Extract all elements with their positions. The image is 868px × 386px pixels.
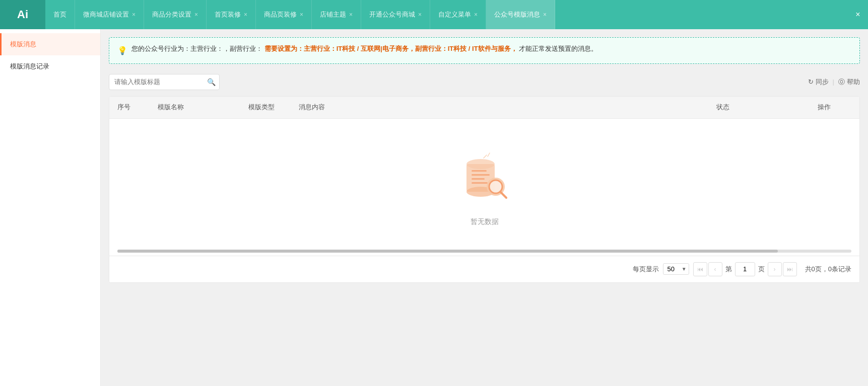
- nav-tab-3[interactable]: 首页装修×: [207, 0, 256, 29]
- col-content: 消息内容: [291, 103, 708, 112]
- alert-text: 您的公众号行业为：主营行业：，副营行业： 需要设置为：主营行业：IT科技 / 互…: [131, 44, 851, 54]
- page-label-suffix: 页: [758, 265, 765, 274]
- sidebar: 模版消息模版消息记录: [0, 29, 101, 386]
- col-action: 操作: [789, 103, 859, 112]
- nav-tab-close-icon[interactable]: ×: [418, 11, 422, 18]
- prev-page-button[interactable]: ‹: [708, 262, 722, 276]
- nav-tab-close-icon[interactable]: ×: [474, 11, 478, 18]
- last-page-button[interactable]: ⏭: [783, 262, 797, 276]
- nav-tab-0[interactable]: 首页: [45, 0, 75, 29]
- nav-tab-label: 商品页装修: [264, 10, 297, 19]
- search-right: ↻ 同步 | ⓪ 帮助: [808, 78, 860, 87]
- nav-tabs: 首页微商城店铺设置×商品分类设置×首页装修×商品页装修×店铺主题×开通公众号商城…: [45, 0, 848, 29]
- close-all-button[interactable]: ×: [848, 0, 868, 29]
- search-left: 🔍: [109, 74, 220, 90]
- scroll-bar-wrap: [109, 247, 859, 256]
- data-table: 序号 模版名称 模版类型 消息内容 状态 操作: [109, 96, 860, 283]
- scroll-bar: [117, 250, 851, 253]
- svg-rect-3: [472, 170, 487, 172]
- page-size-select[interactable]: 50 10 20 100: [663, 263, 689, 275]
- search-button[interactable]: 🔍: [207, 78, 216, 86]
- scroll-thumb[interactable]: [117, 250, 778, 253]
- help-icon: ⓪: [838, 78, 845, 87]
- top-nav: Ai 首页微商城店铺设置×商品分类设置×首页装修×商品页装修×店铺主题×开通公众…: [0, 0, 868, 29]
- alert-prefix: 您的公众号行业为：主营行业：，副营行业：: [131, 45, 262, 52]
- nav-tab-label: 开通公众号商城: [369, 10, 415, 19]
- svg-rect-4: [472, 174, 490, 176]
- col-seq: 序号: [109, 103, 150, 112]
- nav-tab-label: 首页装修: [215, 10, 241, 19]
- nav-tab-close-icon[interactable]: ×: [132, 11, 136, 18]
- pagination-summary: 共0页，0条记录: [805, 265, 851, 274]
- next-page-button[interactable]: ›: [768, 262, 782, 276]
- nav-tab-label: 公众号模版消息: [494, 10, 540, 19]
- col-name: 模版名称: [150, 103, 240, 112]
- nav-tab-close-icon[interactable]: ×: [300, 11, 303, 18]
- help-button[interactable]: ⓪ 帮助: [838, 78, 860, 87]
- nav-tab-label: 自定义菜单: [438, 10, 471, 19]
- nav-tab-close-icon[interactable]: ×: [244, 11, 247, 18]
- sidebar-item-1[interactable]: 模版消息记录: [0, 55, 100, 78]
- logo: Ai: [0, 0, 45, 29]
- search-input-wrap: 🔍: [109, 74, 220, 90]
- logo-text: Ai: [17, 8, 28, 21]
- sidebar-item-0[interactable]: 模版消息: [0, 33, 100, 55]
- col-status: 状态: [708, 103, 789, 112]
- table-header: 序号 模版名称 模版类型 消息内容 状态 操作: [109, 97, 859, 119]
- nav-tab-5[interactable]: 店铺主题×: [312, 0, 361, 29]
- sync-icon: ↻: [808, 78, 814, 86]
- empty-state: 暂无数据: [109, 119, 859, 247]
- main-layout: 模版消息模版消息记录 💡 您的公众号行业为：主营行业：，副营行业： 需要设置为：…: [0, 29, 868, 386]
- page-size-select-wrap: 50 10 20 100 ▼: [663, 263, 689, 275]
- sync-button[interactable]: ↻ 同步: [808, 78, 829, 87]
- nav-tab-label: 商品分类设置: [152, 10, 191, 19]
- alert-highlight: 需要设置为：主营行业：IT科技 / 互联网|电子商务，副营行业：IT科技 / I…: [264, 45, 517, 52]
- page-label-prefix: 第: [725, 265, 732, 274]
- nav-tab-label: 微商城店铺设置: [83, 10, 129, 19]
- nav-tab-close-icon[interactable]: ×: [543, 11, 547, 18]
- alert-suffix: 才能正常发送预置的消息。: [519, 45, 597, 52]
- nav-tab-close-icon[interactable]: ×: [349, 11, 353, 18]
- help-label: 帮助: [847, 78, 860, 87]
- empty-illustration: [454, 149, 515, 209]
- alert-icon: 💡: [117, 44, 127, 57]
- nav-tab-label: 首页: [53, 10, 66, 19]
- divider: |: [833, 78, 834, 86]
- nav-tab-1[interactable]: 微商城店铺设置×: [75, 0, 144, 29]
- col-type: 模版类型: [240, 103, 291, 112]
- nav-tab-8[interactable]: 公众号模版消息×: [486, 0, 555, 29]
- page-size-label: 每页显示: [633, 265, 659, 274]
- svg-line-11: [484, 155, 487, 158]
- nav-tab-label: 店铺主题: [320, 10, 346, 19]
- sync-label: 同步: [816, 78, 829, 87]
- svg-rect-6: [472, 182, 488, 184]
- page-nav: ⏮ ‹ 第 页 › ⏭: [693, 262, 797, 276]
- nav-tab-7[interactable]: 自定义菜单×: [430, 0, 486, 29]
- alert-banner: 💡 您的公众号行业为：主营行业：，副营行业： 需要设置为：主营行业：IT科技 /…: [109, 37, 860, 64]
- content: 💡 您的公众号行业为：主营行业：，副营行业： 需要设置为：主营行业：IT科技 /…: [101, 29, 868, 386]
- svg-rect-5: [472, 178, 485, 180]
- pagination-bar: 每页显示 50 10 20 100 ▼ ⏮ ‹ 第 页 ›: [109, 256, 859, 282]
- empty-text: 暂无数据: [471, 217, 499, 226]
- nav-tab-close-icon[interactable]: ×: [194, 11, 198, 18]
- nav-tab-6[interactable]: 开通公众号商城×: [361, 0, 430, 29]
- nav-tab-2[interactable]: 商品分类设置×: [144, 0, 207, 29]
- search-bar: 🔍 ↻ 同步 | ⓪ 帮助: [109, 74, 860, 90]
- svg-line-10: [500, 192, 506, 198]
- page-number-input[interactable]: [735, 262, 755, 276]
- nav-tab-4[interactable]: 商品页装修×: [256, 0, 312, 29]
- search-input[interactable]: [109, 74, 220, 90]
- svg-line-12: [488, 153, 490, 157]
- first-page-button[interactable]: ⏮: [693, 262, 707, 276]
